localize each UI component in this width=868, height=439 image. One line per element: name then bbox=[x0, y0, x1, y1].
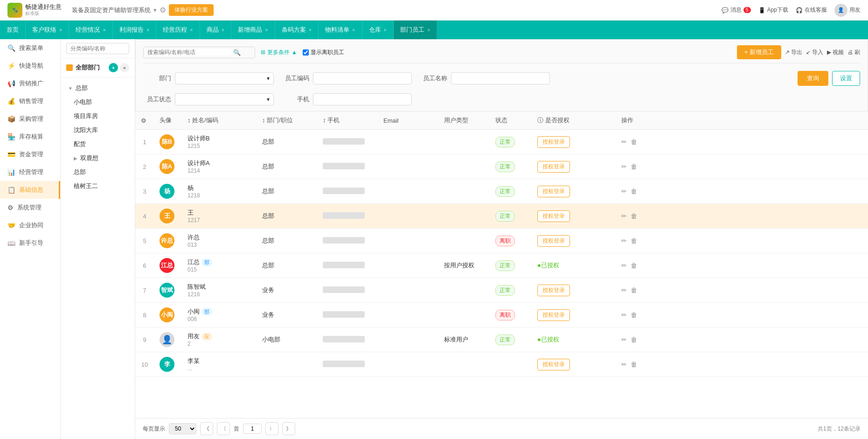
search-icon[interactable]: 🔍 bbox=[233, 49, 241, 56]
authorize-btn[interactable]: 授权登录 bbox=[537, 161, 570, 173]
employee-search-input[interactable] bbox=[147, 49, 231, 56]
nav-close-icon[interactable]: × bbox=[59, 27, 62, 33]
nav-item-客户联络[interactable]: 客户联络× bbox=[26, 21, 69, 39]
sidebar-item-营销推广[interactable]: 📢营销推广 bbox=[0, 75, 60, 92]
nav-item-经营历程[interactable]: 经营历程× bbox=[156, 21, 200, 39]
dept-node-项目库房[interactable]: 项目库房 bbox=[61, 109, 135, 123]
nav-close-icon[interactable]: × bbox=[146, 27, 149, 33]
dept-node-植树王二[interactable]: 植树王二 bbox=[61, 179, 135, 193]
show-resigned-input[interactable] bbox=[303, 49, 309, 56]
nav-close-icon[interactable]: × bbox=[265, 27, 268, 33]
page-input[interactable] bbox=[243, 424, 262, 434]
authorize-btn[interactable]: 授权登录 bbox=[537, 359, 570, 370]
setting-btn[interactable]: 设置 bbox=[832, 71, 860, 86]
nav-close-icon[interactable]: × bbox=[352, 27, 355, 33]
nav-close-icon[interactable]: × bbox=[222, 27, 224, 33]
app-download-btn[interactable]: 📱 App下载 bbox=[758, 6, 788, 14]
edit-icon[interactable]: ✏ bbox=[621, 138, 627, 146]
edit-icon[interactable]: ✏ bbox=[621, 311, 627, 319]
print-btn[interactable]: 🖨 刷 bbox=[847, 45, 860, 59]
nav-item-商品[interactable]: 商品× bbox=[200, 21, 231, 39]
nav-close-icon[interactable]: × bbox=[190, 27, 193, 33]
nav-item-物料清单[interactable]: 物料清单× bbox=[319, 21, 362, 39]
sidebar-item-企业协同[interactable]: 🤝企业协同 bbox=[0, 216, 60, 234]
edit-icon[interactable]: ✏ bbox=[621, 237, 627, 244]
add-employee-btn[interactable]: + 新增员工 bbox=[737, 45, 781, 59]
authorize-btn[interactable]: 授权登录 bbox=[537, 210, 570, 222]
delete-icon[interactable]: 🗑 bbox=[631, 262, 637, 269]
emp-code-input[interactable] bbox=[313, 72, 412, 84]
sidebar-item-快捷导航[interactable]: ⚡快捷导航 bbox=[0, 57, 60, 75]
delete-icon[interactable]: 🗑 bbox=[631, 138, 637, 146]
more-conditions-btn[interactable]: ⊞ 更多条件 ▲ bbox=[261, 49, 297, 56]
delete-icon[interactable]: 🗑 bbox=[631, 188, 637, 195]
dept-select[interactable]: ▾ bbox=[175, 72, 274, 84]
authorize-btn[interactable]: 授权登录 bbox=[537, 186, 570, 197]
message-btn[interactable]: 💬 消息 5 bbox=[722, 6, 751, 14]
sidebar-item-系统管理[interactable]: ⚙系统管理 bbox=[0, 199, 60, 216]
online-service-btn[interactable]: 🎧 在线客服 bbox=[796, 6, 827, 14]
dept-collapse-btn[interactable]: « bbox=[120, 63, 129, 72]
authorize-btn[interactable]: 授权登录 bbox=[537, 136, 570, 148]
sidebar-item-基础信息[interactable]: 📋基础信息 bbox=[0, 181, 60, 199]
delete-icon[interactable]: 🗑 bbox=[631, 163, 637, 170]
edit-icon[interactable]: ✏ bbox=[621, 262, 627, 269]
edit-icon[interactable]: ✏ bbox=[621, 361, 627, 368]
user-area[interactable]: 👤 用友 bbox=[834, 4, 861, 17]
dept-add-btn[interactable]: + bbox=[109, 63, 118, 72]
export-btn[interactable]: ↗ 导出 bbox=[785, 45, 802, 59]
edit-icon[interactable]: ✏ bbox=[621, 188, 627, 195]
experience-btn[interactable]: 体验行业方案 bbox=[169, 4, 214, 16]
delete-icon[interactable]: 🗑 bbox=[631, 311, 637, 319]
sidebar-item-采购管理[interactable]: 📦采购管理 bbox=[0, 110, 60, 128]
import-btn[interactable]: ↙ 导入 bbox=[806, 45, 823, 59]
nav-item-首页[interactable]: 首页 bbox=[0, 21, 26, 39]
dept-node-小电部[interactable]: 小电部 bbox=[61, 95, 135, 109]
edit-icon[interactable]: ✏ bbox=[621, 212, 627, 220]
nav-close-icon[interactable]: × bbox=[103, 27, 105, 33]
edit-icon[interactable]: ✏ bbox=[621, 336, 627, 343]
dept-node-配货[interactable]: 配货 bbox=[61, 137, 135, 151]
phone-input[interactable] bbox=[313, 93, 412, 105]
emp-name-input[interactable] bbox=[451, 72, 550, 84]
edit-icon[interactable]: ✏ bbox=[621, 163, 627, 170]
dept-search-input[interactable] bbox=[66, 43, 129, 54]
authorize-btn[interactable]: 授权登录 bbox=[537, 235, 570, 247]
nav-close-icon[interactable]: × bbox=[384, 27, 387, 33]
nav-item-新增商品[interactable]: 新增商品× bbox=[231, 21, 275, 39]
sidebar-item-经营管理[interactable]: 📊经营管理 bbox=[0, 163, 60, 181]
settings-icon[interactable]: ⚙ bbox=[160, 6, 166, 14]
delete-icon[interactable]: 🗑 bbox=[631, 237, 637, 244]
emp-status-select[interactable]: ▾ bbox=[175, 93, 274, 105]
next-page-btn[interactable]: 〉 bbox=[265, 422, 278, 435]
authorize-btn[interactable]: 授权登录 bbox=[537, 309, 570, 321]
query-btn[interactable]: 查询 bbox=[798, 71, 828, 86]
nav-item-经营情况[interactable]: 经营情况× bbox=[69, 21, 112, 39]
nav-item-条码方案[interactable]: 条码方案× bbox=[275, 21, 319, 39]
view-btn[interactable]: ▶ 视频 bbox=[827, 45, 844, 59]
nav-close-icon[interactable]: × bbox=[427, 27, 430, 33]
delete-icon[interactable]: 🗑 bbox=[631, 336, 637, 343]
dropdown-arrow-icon[interactable]: ▾ bbox=[153, 7, 157, 14]
sidebar-item-新手引导[interactable]: 📖新手引导 bbox=[0, 234, 60, 252]
dept-node-总部[interactable]: ▼总部 bbox=[61, 81, 135, 95]
dept-node-总部[interactable]: 总部 bbox=[61, 165, 135, 179]
sidebar-item-资金管理[interactable]: 💳资金管理 bbox=[0, 146, 60, 163]
prev-page-btn[interactable]: 〈 bbox=[217, 422, 230, 435]
last-page-btn[interactable]: 》 bbox=[282, 422, 295, 435]
dept-node-沈阳大库[interactable]: 沈阳大库 bbox=[61, 123, 135, 137]
first-page-btn[interactable]: 《 bbox=[200, 422, 213, 435]
authorize-btn[interactable]: 授权登录 bbox=[537, 285, 570, 296]
sidebar-item-搜索菜单[interactable]: 🔍搜索菜单 bbox=[0, 39, 60, 57]
sidebar-item-销售管理[interactable]: 💰销售管理 bbox=[0, 92, 60, 110]
edit-icon[interactable]: ✏ bbox=[621, 286, 627, 294]
delete-icon[interactable]: 🗑 bbox=[631, 212, 637, 220]
page-size-select[interactable]: 50 100 200 bbox=[169, 423, 196, 434]
delete-icon[interactable]: 🗑 bbox=[631, 286, 637, 294]
delete-icon[interactable]: 🗑 bbox=[631, 361, 637, 368]
nav-item-利润报告[interactable]: 利润报告× bbox=[113, 21, 156, 39]
nav-item-仓库[interactable]: 仓库× bbox=[362, 21, 394, 39]
nav-close-icon[interactable]: × bbox=[309, 27, 312, 33]
nav-item-部门员工[interactable]: 部门员工× bbox=[394, 21, 437, 39]
sidebar-item-库存核算[interactable]: 🏪库存核算 bbox=[0, 128, 60, 146]
